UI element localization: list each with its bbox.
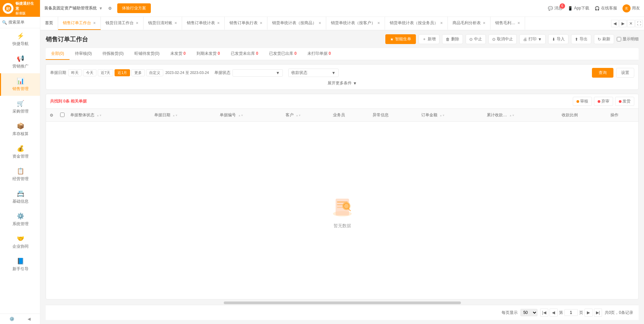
per-page-select[interactable]: 50 100 200 (520, 309, 538, 316)
date-btn-today[interactable]: 今天 (83, 69, 96, 76)
select-all-checkbox[interactable] (60, 113, 65, 117)
message-item[interactable]: 💬 消息 6 (548, 5, 562, 11)
sidebar-item-cooperation[interactable]: 🤝 企业协同 (0, 231, 40, 253)
tab-close-icon[interactable]: ✕ (174, 21, 177, 25)
show-detail-checkbox-label[interactable]: 显示明细 (617, 36, 639, 42)
show-detail-checkbox[interactable] (617, 37, 621, 41)
tab-close-icon[interactable]: ✕ (517, 21, 520, 25)
payment-select[interactable]: 收款状态 ▼ (288, 69, 339, 77)
tab-sales-by-product[interactable]: 销货单统计表（按商品） ✕ (267, 17, 326, 30)
tab-cash-reconcile[interactable]: 钱货日清对账 ✕ (143, 17, 182, 30)
sort-icon[interactable]: ▲▼ (439, 114, 445, 117)
tab-close-icon[interactable]: ✕ (93, 21, 96, 25)
subtab-pending-review[interactable]: 待审核(0) (70, 48, 97, 60)
set-button[interactable]: 设置 (616, 68, 634, 78)
collapse-icon[interactable]: ◀ (28, 317, 31, 321)
stop-button[interactable]: ⊙ 中止 (466, 34, 486, 44)
sidebar-item-system[interactable]: ⚙️ 系统管理 (0, 208, 40, 231)
last-page-button[interactable]: ▶| (594, 309, 602, 317)
date-btn-yesterday[interactable]: 昨天 (68, 69, 82, 76)
subtab-shop-pending[interactable]: 旺铺待发货(0) (129, 48, 165, 60)
sidebar-item-finance[interactable]: 💰 资金管理 (0, 141, 40, 163)
ship-button[interactable]: 发货 (615, 97, 634, 106)
tab-close-icon[interactable]: ✕ (440, 21, 443, 25)
settings-icon[interactable]: ⚙️ (9, 317, 14, 321)
subtab-overdue-ship[interactable]: 到期未发货 0 (191, 48, 225, 60)
subtab-shipped-out[interactable]: 已发货已出库 0 (264, 48, 302, 60)
col-check[interactable] (57, 109, 68, 122)
tab-sales-profit[interactable]: 销售毛利… ✕ (490, 17, 525, 30)
subtab-not-printed[interactable]: 未打印单据 0 (302, 48, 336, 60)
col-settings[interactable]: ⚙ (46, 109, 57, 122)
date-btn-1month[interactable]: 近1月 (115, 69, 130, 76)
tab-fullscreen-button[interactable]: ⛶ (635, 20, 643, 27)
tab-sales-by-staff[interactable]: 销货单统计表（按业务员） ✕ (385, 17, 448, 30)
sidebar-item-purchase[interactable]: 🛒 采购管理 (0, 96, 40, 118)
online-service-item[interactable]: 🎧 在线客服 (595, 5, 617, 11)
export-button[interactable]: ⬆ 导出 (571, 34, 591, 44)
prev-page-button[interactable]: ◀ (550, 309, 558, 317)
tab-gross-profit[interactable]: 商品毛利分析表 ✕ (448, 17, 490, 30)
tab-sales-workbench[interactable]: 销售订单工作台 ✕ (58, 17, 101, 30)
scrollbar-thumb[interactable] (224, 301, 461, 304)
tab-close-all-button[interactable]: ✕ (627, 20, 635, 27)
expand-filter-button[interactable]: 展开更多条件 ▼ (328, 80, 357, 86)
sidebar-item-sales[interactable]: 📊 销售管理 (0, 73, 40, 96)
query-button[interactable]: 查询 (592, 68, 613, 78)
first-page-button[interactable]: |◀ (540, 309, 548, 317)
review-button[interactable]: 审核 (573, 97, 592, 106)
smart-order-button[interactable]: ★ 智能生单 (385, 34, 416, 44)
delete-button[interactable]: 🗑 删除 (442, 34, 463, 44)
tab-sales-exec[interactable]: 销售订单执行表 ✕ (225, 17, 267, 30)
tab-sales-by-customer[interactable]: 销货单统计表（按客户） ✕ (326, 17, 385, 30)
sort-icon[interactable]: ▲▼ (509, 114, 515, 117)
sidebar-item-business[interactable]: 📋 经营管理 (0, 163, 40, 186)
sidebar-item-quick-nav[interactable]: ⚡ 快捷导航 (0, 28, 40, 51)
app-download-item[interactable]: 📱 App下载 (568, 5, 589, 11)
tab-close-icon[interactable]: ✕ (483, 21, 485, 25)
subtab-all[interactable]: 全部(0) (46, 48, 70, 60)
tab-prev-button[interactable]: ◀ (611, 20, 618, 27)
page-number-input[interactable] (564, 309, 578, 316)
status-select[interactable]: ▼ (232, 69, 283, 77)
sort-icon[interactable]: ▲▼ (172, 114, 178, 117)
subtab-not-shipped[interactable]: 未发货 0 (165, 48, 191, 60)
horizontal-scrollbar[interactable] (46, 301, 639, 305)
subtab-shipped-not-out[interactable]: 已发货未出库 0 (225, 48, 264, 60)
date-btn-7days[interactable]: 近7天 (98, 69, 113, 76)
refresh-button[interactable]: ↻ 刷新 (594, 34, 614, 44)
tab-close-icon[interactable]: ✕ (377, 21, 380, 25)
sidebar-item-label: 基础信息 (12, 199, 29, 204)
topbar-settings-icon[interactable]: ⚙ (107, 5, 113, 12)
tab-close-icon[interactable]: ✕ (260, 21, 262, 25)
tab-sales-stats[interactable]: 销售订单统计表 ✕ (182, 17, 225, 30)
sidebar-item-guide[interactable]: 📘 新手引导 (0, 253, 40, 276)
subtab-pending-pick[interactable]: 待拣验货(0) (97, 48, 129, 60)
user-item[interactable]: 友 用友 (622, 4, 640, 12)
sort-icon[interactable]: ▲▼ (238, 114, 244, 117)
sidebar-item-basic-info[interactable]: 📇 基础信息 (0, 186, 40, 208)
cancel-stop-button[interactable]: ⊙ 取消中止 (488, 34, 517, 44)
status-select-arrow: ▼ (276, 71, 280, 75)
import-button[interactable]: ⬇ 导入 (548, 34, 568, 44)
discard-review-button[interactable]: 弃审 (594, 97, 613, 106)
tab-close-icon[interactable]: ✕ (318, 21, 321, 25)
sidebar-item-inventory[interactable]: 📦 库存核算 (0, 118, 40, 141)
dropdown-arrow[interactable]: ▼ (99, 6, 103, 11)
industry-solution-button[interactable]: 体验行业方案 (117, 3, 151, 13)
tab-close-icon[interactable]: ✕ (217, 21, 220, 25)
date-btn-more[interactable]: 更多 (131, 69, 145, 76)
tab-close-icon[interactable]: ✕ (136, 21, 138, 25)
search-menu-item[interactable]: 🔍 搜索菜单 (0, 17, 40, 28)
next-page-button[interactable]: ▶ (585, 309, 593, 317)
delete-icon: 🗑 (446, 37, 450, 42)
sidebar-item-marketing[interactable]: 📢 营销推广 (0, 51, 40, 73)
print-button[interactable]: 🖨 打印 ▼ (519, 34, 546, 44)
add-button[interactable]: ＋ 新增 (419, 34, 439, 44)
sort-icon[interactable]: ▲▼ (296, 114, 301, 117)
sort-icon[interactable]: ▲▼ (96, 114, 102, 117)
tab-cash-daily[interactable]: 钱货日清工作台 ✕ (101, 17, 143, 30)
date-btn-custom[interactable]: 自定义 (146, 69, 163, 76)
tab-home[interactable]: 首页 (40, 17, 58, 30)
tab-next-button[interactable]: ▶ (619, 20, 627, 27)
